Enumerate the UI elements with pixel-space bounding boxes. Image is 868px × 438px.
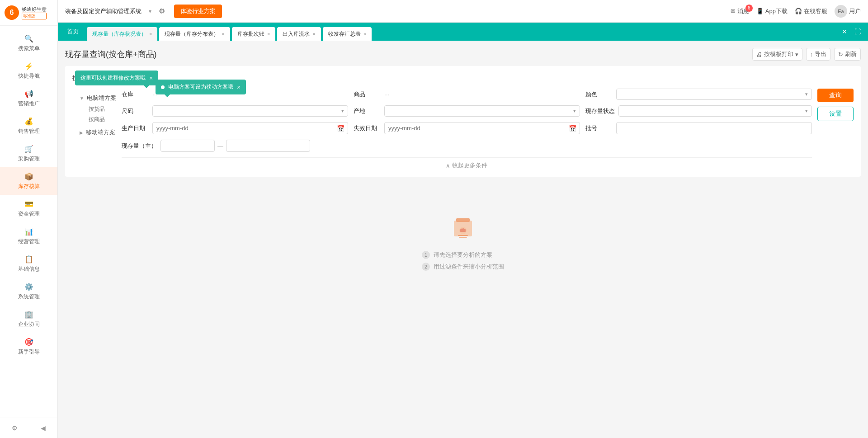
tab-inventory-batch[interactable]: 库存批次账 ×: [232, 27, 275, 41]
online-service-btn[interactable]: 🎧 在线客服: [795, 7, 827, 15]
empty-tip-2: 2 用过滤条件来缩小分析范围: [422, 263, 504, 271]
tooltip-2-close[interactable]: ×: [149, 75, 153, 82]
expand-tabs-icon[interactable]: ⛶: [853, 26, 863, 37]
tab-collection-summary-label: 收发存汇总表: [328, 30, 361, 38]
app-download-btn[interactable]: 📱 App下载: [756, 7, 788, 15]
expiry-date-input[interactable]: [384, 122, 580, 134]
tab-home[interactable]: 首页: [60, 23, 86, 41]
print-template-btn[interactable]: 🖨 按模板打印 ▾: [752, 48, 802, 61]
pc-scenario-items: 按货品 按商品: [89, 104, 116, 125]
operation-nav-icon: 📊: [24, 227, 33, 236]
finance-nav-label: 资金管理: [18, 210, 40, 218]
inventory-main-to-input[interactable]: [226, 140, 310, 152]
batch-input[interactable]: [616, 122, 812, 134]
sidebar-item-inventory[interactable]: 📦 库存核算: [0, 167, 57, 195]
svg-rect-5: [463, 228, 464, 229]
svg-rect-1: [456, 218, 470, 222]
sidebar-item-quicknav[interactable]: ⚡ 快捷导航: [0, 57, 57, 85]
tab-close-inventory-dist[interactable]: ×: [222, 31, 224, 37]
operation-nav-label: 经营管理: [18, 238, 40, 245]
online-service-label: 在线客服: [804, 7, 827, 15]
sidebar-item-sales[interactable]: 💰 销售管理: [0, 112, 57, 140]
tip-num-2: 2: [422, 263, 430, 271]
tab-inventory-dist[interactable]: 现存量（库存分布表） ×: [159, 27, 230, 41]
sidebar-item-purchase[interactable]: 🛒 采购管理: [0, 140, 57, 167]
empty-tips: 1 请先选择要分析的方案 2 用过滤条件来缩小分析范围: [422, 251, 504, 271]
export-btn[interactable]: ↑ 导出: [806, 48, 831, 61]
filter-row-2: 尺码 ▾ 产地 ▾: [122, 105, 812, 117]
tooltip-1-close[interactable]: ×: [237, 84, 241, 91]
mobile-scenario-group-header[interactable]: ▶ 移动端方案: [80, 127, 116, 138]
svg-rect-3: [460, 229, 466, 232]
tab-inventory-status[interactable]: 现存量（库存状况表） ×: [87, 27, 157, 41]
refresh-btn[interactable]: ↻ 刷新: [834, 48, 861, 61]
headset-icon: 🎧: [795, 8, 802, 14]
inventory-status-select[interactable]: ▾: [618, 105, 812, 117]
logo-name: 畅通好生意: [22, 6, 47, 12]
user-avatar-area[interactable]: Ea 用户: [835, 5, 861, 18]
tabbar: 首页 现存量（库存状况表） × 现存量（库存分布表） × 库存批次账 × 出入库…: [58, 23, 868, 41]
settings-icon[interactable]: ⚙: [9, 422, 20, 434]
tab-close-inventory-batch[interactable]: ×: [267, 31, 270, 37]
topbar-settings-icon[interactable]: ⚙: [159, 7, 165, 15]
svg-rect-4: [462, 228, 462, 229]
filter-col-color: 颜色 ▾: [585, 89, 812, 100]
sidebar: 6 畅通好生意 标准版 🔍 搜索菜单 ⚡ 快捷导航 📢 营销推广 💰 销售管理 …: [0, 0, 58, 438]
scenario-item-2[interactable]: 按商品: [89, 114, 116, 125]
sidebar-item-basic[interactable]: 📋 基础信息: [0, 250, 57, 278]
filter-col-size: 尺码 ▾: [122, 105, 348, 117]
collapse-btn[interactable]: ∧ 收起更多条件: [446, 161, 487, 170]
pc-scenario-group-header[interactable]: ▼ 电脑端方案: [80, 92, 116, 104]
origin-select[interactable]: ▾: [384, 105, 580, 117]
tab-close-collection-summary[interactable]: ×: [363, 31, 366, 37]
tab-close-inout-flow[interactable]: ×: [312, 31, 315, 37]
search-nav-label: 搜索菜单: [18, 45, 40, 52]
production-date-calendar-icon[interactable]: 📅: [337, 125, 344, 132]
scenario-list: 这里可以创建和修改方案哦 × ▼ 电脑端方案 按货品 按商品: [80, 89, 116, 164]
pc-group-name: 电脑端方案: [87, 94, 116, 102]
scenario-item-1[interactable]: 按货品: [89, 104, 116, 114]
filter-actions-row: ∧ 收起更多条件: [122, 157, 812, 170]
tab-collection-summary[interactable]: 收发存汇总表 ×: [323, 27, 372, 41]
tooltip-create-scheme: 这里可以创建和修改方案哦 ×: [75, 71, 158, 85]
inventory-main-field: —: [160, 140, 310, 152]
size-select[interactable]: ▾: [152, 105, 348, 117]
sidebar-item-marketing[interactable]: 📢 营销推广: [0, 85, 57, 112]
tab-inout-flow-label: 出入库流水: [283, 30, 310, 38]
production-date-input[interactable]: [152, 122, 348, 134]
quicknav-nav-label: 快捷导航: [18, 72, 40, 80]
sidebar-nav: 🔍 搜索菜单 ⚡ 快捷导航 📢 营销推广 💰 销售管理 🛒 采购管理 📦 库存核…: [0, 26, 57, 418]
tab-close-inventory-status[interactable]: ×: [149, 31, 152, 37]
inventory-main-from-input[interactable]: [160, 140, 215, 152]
sidebar-item-guide[interactable]: 🎯 新手引导: [0, 333, 57, 360]
close-all-tabs-icon[interactable]: ✕: [840, 26, 849, 37]
logo-text-area: 畅通好生意 标准版: [22, 6, 47, 19]
goods-dots[interactable]: ···: [384, 91, 390, 98]
collapse-sidebar-icon[interactable]: ◀: [38, 422, 48, 434]
sidebar-item-company[interactable]: 🏢 企业协同: [0, 305, 57, 333]
empty-illustration: [445, 209, 481, 245]
tip-num-1: 1: [422, 251, 430, 259]
topbar: 装备及固定资产辅助管理系统 ▾ ⚙ 体验行业方案 ✉ 消息 6 📱 App下载 …: [58, 0, 868, 23]
app-download-label: App下载: [765, 7, 788, 15]
guide-nav-icon: 🎯: [24, 337, 33, 346]
sidebar-item-system[interactable]: ⚙️ 系统管理: [0, 278, 57, 305]
system-nav-icon: ⚙️: [24, 282, 33, 291]
industry-btn[interactable]: 体验行业方案: [174, 5, 222, 18]
sidebar-item-finance[interactable]: 💳 资金管理: [0, 195, 57, 222]
topbar-right: ✉ 消息 6 📱 App下载 🎧 在线客服 Ea 用户: [731, 5, 861, 18]
message-icon: ✉: [731, 8, 736, 14]
filter-settings-btn[interactable]: 设置: [817, 107, 854, 121]
logo-badge: 标准版: [22, 13, 47, 19]
print-icon: 🖨: [756, 51, 762, 58]
origin-select-arrow-icon: ▾: [573, 108, 576, 114]
color-select[interactable]: ▾: [616, 89, 812, 100]
expiry-date-calendar-icon[interactable]: 📅: [569, 125, 576, 132]
sidebar-item-operation[interactable]: 📊 经营管理: [0, 222, 57, 250]
message-btn[interactable]: ✉ 消息 6: [731, 7, 749, 15]
sidebar-item-search[interactable]: 🔍 搜索菜单: [0, 29, 57, 57]
pc-scenario-group: ▼ 电脑端方案 按货品 按商品: [80, 92, 116, 125]
search-btn[interactable]: 查询: [817, 89, 854, 102]
tip-2-text: 用过滤条件来缩小分析范围: [434, 263, 504, 271]
tab-inout-flow[interactable]: 出入库流水 ×: [277, 27, 321, 41]
